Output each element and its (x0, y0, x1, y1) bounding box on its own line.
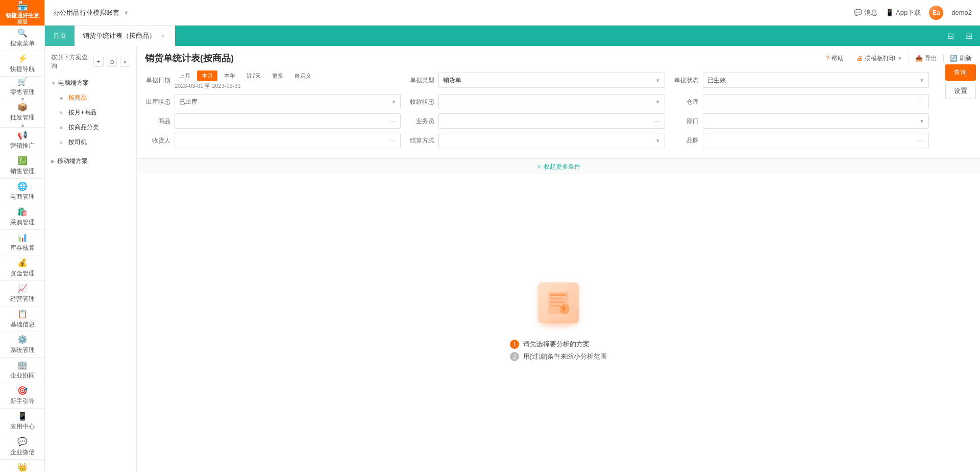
sidebar-item-retail[interactable]: 🛒 零售管理 ▼ (0, 77, 44, 102)
page-tools: ? 帮助 🖨 按模板打印 ▼ 📤 导出 (826, 54, 972, 63)
docstatus-value: 已生效 (707, 76, 726, 85)
empty-icon-box: ? (538, 282, 579, 323)
sidebar-item-wechat-label: 企业微信 (10, 448, 35, 457)
settings-scheme-icon: ⊙ (109, 58, 114, 65)
sidebar-item-enterprise-label: 企业协同 (10, 371, 35, 380)
sidebar-item-quicknav-label: 快捷导航 (10, 65, 35, 74)
sidebar-item-finance[interactable]: 💰 资金管理 (0, 255, 44, 281)
message-icon: 💬 (854, 9, 862, 16)
date-tab-custom[interactable]: 自定义 (290, 70, 316, 81)
sidebar-item-wechat[interactable]: 💬 企业微信 (0, 434, 44, 460)
sidebar-item-purchase[interactable]: 🛍️ 采购管理 (0, 204, 44, 230)
outstatus-input[interactable]: 已出库 ▼ (175, 94, 401, 109)
print-dropdown-icon: ▼ (897, 56, 902, 61)
date-tab-last-month[interactable]: 上月 (175, 70, 195, 81)
consignee-input[interactable]: ··· (175, 133, 401, 148)
sidebar-item-marketing[interactable]: 📢 营销推广 (0, 128, 44, 153)
outstatus-value: 已出库 (179, 98, 198, 106)
settings-button[interactable]: 设置 (945, 83, 976, 99)
receiptstatus-input[interactable]: ▼ (438, 94, 665, 109)
tab-active[interactable]: 销货单统计表（按商品） × (75, 26, 175, 46)
sidebar-item-apps-label: 应用中心 (10, 422, 35, 431)
sidebar-item-enterprise[interactable]: 🏢 企业协同 (0, 358, 44, 383)
outstatus-chevron: ▼ (391, 99, 396, 105)
sidebar-item-operations[interactable]: 📈 经营管理 (0, 281, 44, 306)
filter-item-by-month-product[interactable]: ≡ 按月+商品 (45, 105, 136, 120)
messages-btn[interactable]: 💬 消息 (854, 8, 877, 17)
department-input[interactable]: ▼ (703, 113, 929, 129)
industry-dropdown-icon[interactable]: ▼ (124, 10, 129, 16)
by-product-icon: ● (57, 95, 65, 102)
tool-divider-1 (850, 55, 850, 62)
user-avatar[interactable]: Ea (929, 6, 943, 20)
filter-item-by-product[interactable]: ● 按商品 (45, 90, 136, 105)
tab-close-icon[interactable]: × (159, 32, 167, 40)
date-range-text: 2023-03-01 至 2023-03-31 (175, 82, 401, 90)
empty-hint-2: 2 用[过滤]条件来缩小分析范围 (510, 352, 606, 361)
search-icon: 🔍 (17, 28, 28, 38)
sidebar-item-inventory[interactable]: 📊 库存核算 (0, 230, 44, 255)
consignee-dots: ··· (389, 137, 396, 144)
sidebar-item-sales[interactable]: 💹 销售管理 (0, 153, 44, 179)
filter-item-by-driver[interactable]: ≡ 按司机 (45, 135, 136, 150)
help-btn[interactable]: ? 帮助 (826, 54, 844, 63)
query-button[interactable]: 查询 (945, 64, 976, 81)
collapse-bar[interactable]: ∧ 收起更多条件 (137, 159, 980, 174)
export-btn[interactable]: 📤 导出 (915, 54, 937, 63)
filter-outstatus-field: 出库状态 已出库 ▼ (145, 94, 401, 109)
desktop-group-header[interactable]: ▼ 电脑端方案 (45, 76, 136, 90)
sidebar-item-wholesale[interactable]: 📦 批发管理 ▲ (0, 102, 44, 128)
tab-maximize-btn[interactable]: ⊞ (962, 29, 976, 43)
top-header-left: 办公用品行业模拟账套 ▼ (53, 8, 129, 17)
svg-rect-4 (550, 305, 560, 306)
filter-row-3: 商品 ··· 业务员 ··· 部门 (145, 113, 929, 129)
product-input[interactable]: ··· (175, 113, 401, 129)
date-tab-this-year[interactable]: 本年 (219, 70, 240, 81)
by-product-label: 按商品 (68, 93, 87, 102)
print-label: 按模板打印 (865, 54, 895, 63)
app-download-btn[interactable]: 📱 App下载 (886, 8, 921, 17)
brand-dots: ··· (918, 137, 924, 144)
basicinfo-icon: 📋 (17, 309, 28, 319)
filter-row-2: 出库状态 已出库 ▼ 收款状态 ▼ 仓库 (145, 94, 929, 109)
collapse-panel-btn[interactable]: « (120, 57, 130, 67)
print-icon: 🖨 (856, 55, 863, 62)
sidebar-item-search[interactable]: 🔍 搜索菜单 (0, 26, 44, 51)
sidebar-item-apps[interactable]: 📱 应用中心 (0, 409, 44, 434)
sidebar-item-quicknav[interactable]: ⚡ 快捷导航 (0, 51, 44, 77)
brand-input[interactable]: ··· (703, 133, 929, 148)
settings-scheme-btn[interactable]: ⊙ (107, 57, 117, 67)
doctype-input[interactable]: 销货单 ▼ (438, 73, 665, 88)
docstatus-input[interactable]: 已生效 ▼ (703, 73, 929, 88)
refresh-label: 刷新 (960, 54, 972, 63)
salesperson-input[interactable]: ··· (438, 113, 665, 129)
hint-num-1: 1 (510, 340, 519, 349)
settlement-input[interactable]: ▼ (438, 133, 665, 148)
sidebar-item-ecom[interactable]: 🌐 电商管理 (0, 179, 44, 204)
enterprise-icon: 🏢 (17, 360, 28, 370)
date-tab-more[interactable]: 更多 (267, 70, 288, 81)
apps-icon: 📱 (17, 411, 28, 421)
sidebar-item-member[interactable]: 👑 畅会员 (0, 460, 44, 472)
sidebar-item-guide[interactable]: 🎯 新手引导 (0, 383, 44, 409)
add-scheme-btn[interactable]: + (93, 57, 104, 67)
tool-divider-2 (909, 55, 909, 62)
page-title: 销货单统计表(按商品) (145, 52, 234, 64)
print-btn[interactable]: 🖨 按模板打印 ▼ (856, 54, 902, 63)
warehouse-input[interactable]: ··· (703, 94, 929, 109)
filter-item-by-category[interactable]: ≡ 按商品分类 (45, 120, 136, 135)
retail-arrow: ▼ (20, 97, 26, 102)
sidebar-item-basicinfo[interactable]: 📋 基础信息 (0, 306, 44, 332)
refresh-btn[interactable]: 🔄 刷新 (950, 54, 972, 63)
industry-label: 办公用品行业模拟账套 (53, 8, 119, 17)
desktop-filter-group: ▼ 电脑端方案 ● 按商品 ≡ 按月+商品 ≡ 按商品分类 ≡ 按司机 (45, 74, 136, 152)
tab-home[interactable]: 首页 (45, 26, 75, 46)
date-tab-7days[interactable]: 近7天 (242, 70, 265, 81)
date-tab-this-month[interactable]: 本月 (197, 70, 217, 81)
mobile-group-header[interactable]: ▶ 移动端方案 (45, 154, 136, 169)
sidebar-item-retail-label: 零售管理 (10, 88, 35, 97)
tab-restore-btn[interactable]: ⊟ (943, 29, 958, 43)
sidebar-item-system[interactable]: ⚙️ 系统管理 (0, 332, 44, 358)
avatar-initial: Ea (933, 9, 940, 16)
docstatus-chevron: ▼ (919, 78, 924, 83)
